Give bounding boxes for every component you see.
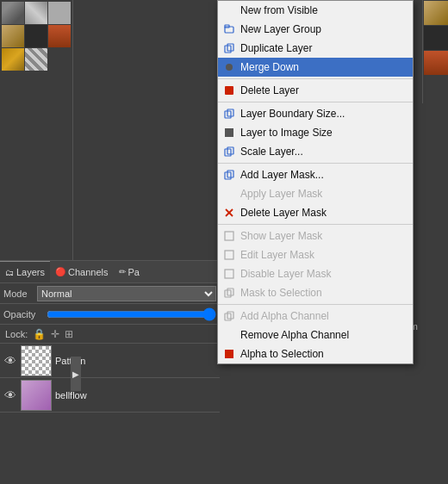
svg-rect-22 <box>225 350 233 358</box>
layer-name-bellflower: bellflow <box>55 390 87 400</box>
thumbnail-2[interactable] <box>25 2 47 24</box>
menu-item-new-from-visible[interactable]: New from Visible <box>218 1 413 20</box>
paths-icon: ✏ <box>119 267 126 276</box>
panel-collapse-button[interactable]: ▶ <box>71 357 81 391</box>
layer-thumb-bellflower <box>21 380 52 411</box>
thumbnail-6[interactable] <box>48 25 71 47</box>
menu-label-add-layer-mask: Add Layer Mask... <box>240 169 324 181</box>
svg-rect-5 <box>225 86 233 95</box>
layer-to-image-icon <box>223 127 235 139</box>
menu-item-merge-down[interactable]: Merge Down <box>218 58 413 77</box>
merge-down-icon <box>223 61 235 73</box>
tab-layers-label: Layers <box>16 267 45 277</box>
menu-item-alpha-to-selection[interactable]: Alpha to Selection <box>218 344 413 363</box>
right-thumb-3[interactable] <box>424 51 448 75</box>
thumbnail-grid <box>0 0 72 72</box>
context-menu: New from Visible New Layer Group Duplica… <box>217 0 414 364</box>
separator-5 <box>218 304 413 305</box>
tab-paths[interactable]: ✏ Pa <box>114 261 145 282</box>
right-mini-panel <box>422 0 448 103</box>
menu-item-layer-boundary-size[interactable]: Layer Boundary Size... <box>218 104 413 123</box>
menu-item-edit-layer-mask: Edit Layer Mask <box>218 245 413 264</box>
menu-item-delete-layer[interactable]: Delete Layer <box>218 81 413 100</box>
right-thumb-1[interactable] <box>424 1 448 25</box>
tab-channels[interactable]: 🔴 Channels <box>50 261 113 282</box>
tab-layers[interactable]: 🗂 Layers <box>0 261 50 282</box>
menu-label-layer-to-image-size: Layer to Image Size <box>240 127 333 139</box>
lock-row: Lock: 🔒 ✛ ⊞ <box>0 325 220 344</box>
lock-pixels-icon[interactable]: 🔒 <box>33 328 46 340</box>
menu-label-layer-boundary-size: Layer Boundary Size... <box>240 108 345 120</box>
duplicate-layer-icon <box>223 42 235 54</box>
new-layer-group-icon <box>223 23 235 35</box>
layer-boundary-icon <box>223 108 235 120</box>
opacity-row: Opacity <box>0 304 220 325</box>
menu-item-delete-layer-mask[interactable]: Delete Layer Mask <box>218 203 413 222</box>
menu-label-merge-down: Merge Down <box>240 61 299 73</box>
menu-item-remove-alpha-channel[interactable]: Remove Alpha Channel <box>218 326 413 344</box>
menu-item-show-layer-mask: Show Layer Mask <box>218 226 413 245</box>
svg-rect-17 <box>225 270 233 278</box>
mode-row: Mode Normal <box>0 283 220 304</box>
svg-rect-15 <box>225 232 233 240</box>
menu-item-duplicate-layer[interactable]: Duplicate Layer <box>218 39 413 58</box>
layers-panel: 🗂 Layers 🔴 Channels ✏ Pa Mode Normal Opa… <box>0 260 220 484</box>
menu-item-scale-layer[interactable]: Scale Layer... <box>218 142 413 161</box>
show-layer-mask-icon <box>223 230 235 242</box>
thumbnail-3[interactable] <box>48 2 71 24</box>
add-layer-mask-icon <box>223 169 235 181</box>
menu-label-remove-alpha-channel: Remove Alpha Channel <box>240 329 349 341</box>
svg-point-4 <box>226 64 233 71</box>
right-thumb-2[interactable] <box>424 26 448 50</box>
menu-item-layer-to-image-size[interactable]: Layer to Image Size <box>218 123 413 142</box>
menu-label-alpha-to-selection: Alpha to Selection <box>240 348 324 360</box>
menu-label-delete-layer-mask: Delete Layer Mask <box>240 207 327 219</box>
menu-item-add-alpha-channel: Add Alpha Channel <box>218 307 413 326</box>
menu-label-delete-layer: Delete Layer <box>240 84 299 96</box>
layers-tabs: 🗂 Layers 🔴 Channels ✏ Pa <box>0 261 220 283</box>
menu-label-apply-layer-mask: Apply Layer Mask <box>240 188 322 200</box>
menu-label-edit-layer-mask: Edit Layer Mask <box>240 249 314 261</box>
menu-label-scale-layer: Scale Layer... <box>240 146 303 158</box>
menu-label-duplicate-layer: Duplicate Layer <box>240 42 312 54</box>
tab-channels-label: Channels <box>68 267 108 277</box>
svg-rect-16 <box>225 251 233 259</box>
tab-paths-label: Pa <box>128 267 140 277</box>
menu-item-add-layer-mask[interactable]: Add Layer Mask... <box>218 165 413 184</box>
thumbnail-5[interactable] <box>25 25 47 47</box>
add-alpha-channel-icon <box>223 310 235 322</box>
opacity-slider[interactable] <box>47 308 216 320</box>
eye-icon-pattern[interactable]: 👁 <box>3 354 17 368</box>
scale-layer-icon <box>223 146 235 158</box>
menu-label-new-layer-group: New Layer Group <box>240 23 321 35</box>
disable-layer-mask-icon <box>223 268 235 280</box>
thumbnail-8[interactable] <box>25 48 47 71</box>
thumbnail-4[interactable] <box>2 25 24 47</box>
separator-3 <box>218 163 413 164</box>
mode-label: Mode <box>3 289 34 299</box>
channels-icon: 🔴 <box>55 267 65 276</box>
separator-1 <box>218 78 413 79</box>
eye-icon-bellflower[interactable]: 👁 <box>3 388 17 402</box>
mask-to-selection-icon <box>223 287 235 299</box>
thumbnail-1[interactable] <box>2 2 24 24</box>
layer-item-bellflower[interactable]: 👁 bellflow <box>0 378 220 413</box>
menu-item-disable-layer-mask: Disable Layer Mask <box>218 264 413 283</box>
lock-position-icon[interactable]: ✛ <box>51 328 59 340</box>
delete-layer-icon <box>223 84 235 96</box>
separator-4 <box>218 224 413 225</box>
layers-icon: 🗂 <box>5 268 14 277</box>
menu-label-add-alpha-channel: Add Alpha Channel <box>240 310 329 322</box>
lock-alpha-icon[interactable]: ⊞ <box>65 328 73 340</box>
mode-select[interactable]: Normal <box>37 286 216 301</box>
layer-item-pattern[interactable]: 👁 Pattern <box>0 344 220 378</box>
menu-label-mask-to-selection: Mask to Selection <box>240 287 322 299</box>
menu-item-mask-to-selection: Mask to Selection <box>218 283 413 302</box>
alpha-to-selection-icon <box>223 348 235 360</box>
svg-rect-8 <box>225 128 233 137</box>
menu-item-apply-layer-mask: Apply Layer Mask <box>218 184 413 203</box>
thumbnail-7[interactable] <box>2 48 24 71</box>
menu-item-new-layer-group[interactable]: New Layer Group <box>218 20 413 39</box>
layer-thumb-pattern <box>21 345 52 376</box>
menu-label-disable-layer-mask: Disable Layer Mask <box>240 268 331 280</box>
